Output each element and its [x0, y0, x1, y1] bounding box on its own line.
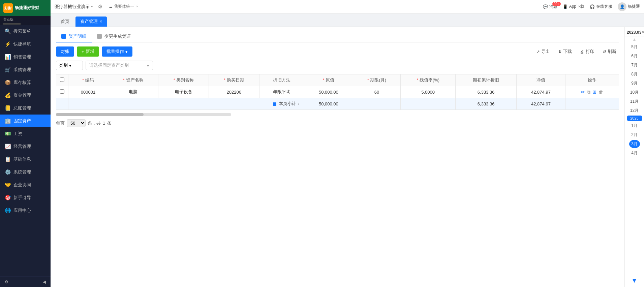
experience-button[interactable]: ☁ 我要体验一下	[109, 4, 138, 9]
copy-button[interactable]: ⧉	[587, 89, 590, 95]
lightning-icon: ⚡	[5, 41, 11, 47]
sidebar-item-appcenter[interactable]: 🌐 应用中心	[0, 204, 51, 217]
sidebar: 好财 畅捷通好业财 普及版 🔍 搜索菜单 ⚡ 快捷导航 📊 销售管理 🛒 采购管…	[0, 0, 51, 287]
new-button[interactable]: + 新增	[77, 46, 99, 57]
app-download-button[interactable]: 📱 App下载	[563, 4, 584, 9]
collapse-icon[interactable]: ◀	[43, 280, 46, 284]
reconcile-button[interactable]: 对账	[56, 46, 74, 57]
download-icon: ⬇	[558, 49, 562, 54]
toolbar-right-actions: ↗ 导出 ⬇ 下载 🖨 打印 ↺ 刷新	[533, 47, 619, 56]
subtotal-empty-period	[353, 98, 401, 110]
month-prev-5[interactable]: 5月	[627, 43, 642, 51]
sidebar-item-search[interactable]: 🔍 搜索菜单	[0, 25, 51, 38]
month-cur-3[interactable]: 3月	[629, 140, 640, 148]
cell-original-value: 50,000.00	[304, 86, 353, 98]
refresh-button[interactable]: ↺ 刷新	[600, 47, 619, 56]
download-button[interactable]: ⬇ 下载	[555, 47, 575, 56]
month-cur-2[interactable]: 2月	[627, 131, 642, 139]
edit-button[interactable]: ✏	[581, 89, 585, 95]
sidebar-item-funds[interactable]: 💰 资金管理	[0, 89, 51, 102]
filter-row: 类别 ▾ 请选择固定资产类别 ▾	[56, 61, 619, 70]
main-area: 医疗器械行业演示 ▾ ⚙ ☁ 我要体验一下 💬 消息 99+ 📱 App下载 🎧…	[51, 0, 644, 287]
print-button[interactable]: 🖨 打印	[577, 47, 597, 56]
header-checkbox-cell	[56, 74, 68, 86]
sidebar-item-purchase[interactable]: 🛒 采购管理	[0, 63, 51, 76]
tab-asset-management[interactable]: 资产管理 ×	[75, 17, 107, 27]
select-all-checkbox[interactable]	[60, 77, 64, 82]
month-prev-9[interactable]: 9月	[627, 79, 642, 88]
month-prev-10[interactable]: 10月	[627, 88, 642, 97]
settings-footer-icon[interactable]: ⚙	[5, 280, 8, 284]
subtotal-empty-checkbox	[56, 98, 68, 110]
avatar: 👤	[618, 2, 626, 11]
month-prev-12[interactable]: 12月	[627, 106, 642, 115]
pagination: 每页 50 100 200 条，共 1 条	[56, 116, 619, 127]
app-edition: 普及版	[0, 16, 51, 23]
subtotal-label: 本页小计：	[68, 98, 304, 110]
print-icon: 🖨	[580, 49, 584, 54]
header-period-months: 期限(月)	[353, 74, 401, 86]
scroll-up-icon[interactable]: ▲	[633, 36, 637, 42]
month-prev-11[interactable]: 11月	[627, 97, 642, 106]
box-icon: 📦	[5, 79, 11, 86]
assets-table: 编码 资产名称 类别名称 购买日期 折旧方法 原值 期限(月) 残值率(%) 期…	[56, 74, 619, 110]
category-filter-input[interactable]: 请选择固定资产类别 ▾	[86, 61, 153, 70]
month-cur-4[interactable]: 4月	[627, 149, 642, 157]
sidebar-item-inventory[interactable]: 📦 库存核算	[0, 76, 51, 89]
date-sidebar-bottom-icon[interactable]: ▼	[632, 275, 638, 287]
dollar-icon: 💵	[5, 131, 11, 137]
year-2023-marker: 2023	[627, 116, 642, 121]
more-button[interactable]: ⊞	[592, 89, 596, 95]
sidebar-item-sales[interactable]: 📊 销售管理	[0, 51, 51, 63]
company-chevron-icon: ▾	[91, 4, 93, 9]
tabbar: 首页 资产管理 ×	[51, 13, 644, 27]
sidebar-item-quicknav[interactable]: ⚡ 快捷导航	[0, 38, 51, 51]
settings-icon[interactable]: ⚙	[98, 3, 102, 10]
sub-tab-change-voucher[interactable]: 变更生成凭证	[92, 31, 136, 42]
sidebar-item-assets[interactable]: 🏢 固定资产	[0, 115, 51, 127]
sidebar-item-operations[interactable]: 📈 经营管理	[0, 140, 51, 153]
subtotal-original-value: 50,000.00	[304, 98, 353, 110]
date-sidebar-close-button[interactable]: ✕	[641, 30, 644, 35]
trend-icon: 📈	[5, 144, 11, 150]
header-original-value: 原值	[304, 74, 353, 86]
table-row: 000001 电脑 电子设备 202206 年限平均 50,000.00 60 …	[56, 86, 619, 98]
online-service-button[interactable]: 🎧 在线客服	[590, 4, 612, 9]
building-icon: 🏢	[5, 118, 11, 124]
refresh-icon: ↺	[603, 49, 606, 54]
batch-ops-button[interactable]: 批量操作 ▾	[102, 46, 132, 57]
tab-close-icon[interactable]: ×	[100, 19, 102, 24]
gear-icon: ⚙️	[5, 169, 11, 175]
table-scrollbar[interactable]	[56, 113, 619, 116]
header-purchase-date: 购买日期	[209, 74, 259, 86]
page-size-select[interactable]: 50 100 200	[67, 119, 86, 127]
sidebar-item-payroll[interactable]: 💵 工资	[0, 127, 51, 140]
topbar: 医疗器械行业演示 ▾ ⚙ ☁ 我要体验一下 💬 消息 99+ 📱 App下载 🎧…	[51, 0, 644, 13]
sidebar-item-ledger[interactable]: 📒 总账管理	[0, 102, 51, 115]
month-cur-1[interactable]: 1月	[627, 122, 642, 130]
messages-button[interactable]: 💬 消息 99+	[543, 4, 557, 9]
cart-icon: 🛒	[5, 67, 11, 73]
sub-tab-asset-detail[interactable]: 资产明细	[56, 31, 92, 42]
export-button[interactable]: ↗ 导出	[533, 47, 553, 56]
subtotal-net-value: 42,874.97	[517, 98, 565, 110]
month-prev-8[interactable]: 8月	[627, 70, 642, 78]
delete-button[interactable]: 🗑	[599, 89, 603, 95]
category-filter-select[interactable]: 类别 ▾	[56, 61, 83, 70]
cell-depreciation-method: 年限平均	[259, 86, 304, 98]
tab-home[interactable]: 首页	[56, 17, 74, 27]
sidebar-item-system[interactable]: ⚙️ 系统管理	[0, 166, 51, 179]
month-prev-6[interactable]: 6月	[627, 52, 642, 60]
sub-tabs: 资产明细 变更生成凭证	[56, 31, 619, 42]
cell-category: 电子设备	[158, 86, 209, 98]
sidebar-item-basics[interactable]: 📋 基础信息	[0, 153, 51, 166]
search-icon: 🔍	[5, 28, 11, 34]
sidebar-item-enterprise[interactable]: 🤝 企业协同	[0, 179, 51, 191]
row-checkbox[interactable]	[60, 89, 64, 94]
company-selector[interactable]: 医疗器械行业演示 ▾	[55, 4, 93, 10]
sidebar-item-guide[interactable]: 🎯 新手引导	[0, 191, 51, 204]
month-prev-7[interactable]: 7月	[627, 61, 642, 69]
header-category: 类别名称	[158, 74, 209, 86]
subtotal-empty-residual	[401, 98, 456, 110]
user-profile[interactable]: 👤 畅捷通	[618, 2, 640, 11]
